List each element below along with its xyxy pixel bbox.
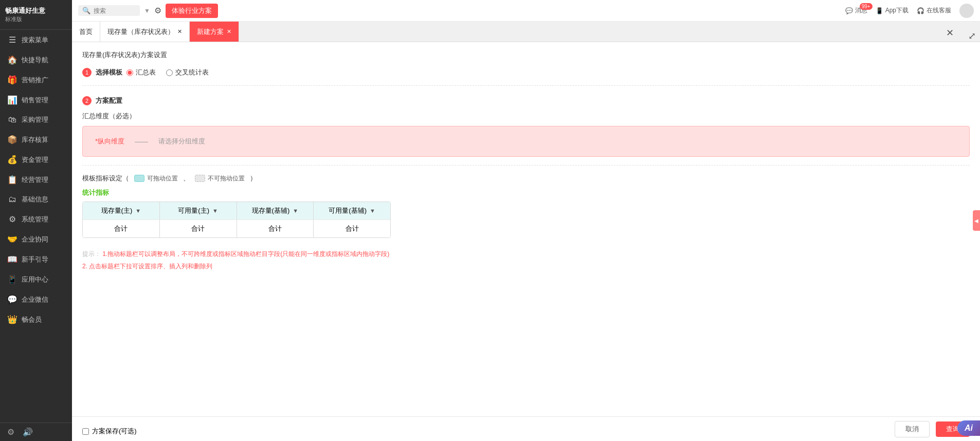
search-input[interactable] (94, 7, 135, 14)
dimension-required: *纵向维度 (95, 137, 124, 146)
quick-nav-icon: 🏠 (7, 55, 17, 65)
sidebar-item-marketing[interactable]: 🎁营销推广 (0, 70, 72, 90)
footer-buttons: 方案保存(可选) 取消 查询 (72, 416, 980, 441)
cancel-button[interactable]: 取消 (895, 421, 930, 437)
basic-icon: 🗂 (7, 195, 17, 204)
tab-home-label: 首页 (79, 27, 93, 36)
stats-header-cell-1[interactable]: 可用量(主)▼ (160, 202, 237, 219)
dimension-box: *纵向维度 —— 请选择分组维度 (82, 126, 970, 157)
section1-num: 1 (82, 68, 92, 77)
sidebar-item-purchase[interactable]: 🛍采购管理 (0, 110, 72, 130)
sidebar-item-search-menu[interactable]: ☰搜索菜单 (0, 30, 72, 50)
user-avatar[interactable] (959, 4, 974, 18)
content-area: 现存量(库存状况表)方案设置 1 选择模板 汇总表 交叉统计表 (72, 42, 980, 441)
search-icon: 🔍 (82, 7, 90, 14)
member-label: 畅会员 (22, 315, 42, 324)
legend-non-draggable: 不可拖动位置 (195, 174, 245, 183)
sidebar-footer: ⚙ 🔊 (0, 422, 72, 441)
legend-draggable-label: 可拖动位置 (147, 174, 178, 183)
stats-col-label-3: 可用量(基辅) (329, 206, 367, 215)
system-icon: ⚙ (7, 214, 17, 224)
search-box[interactable]: 🔍 (78, 5, 140, 16)
indicator-settings: 模板指标设定（ 可拖动位置 、 不可拖动位置 ） 统计指标 (82, 174, 970, 240)
stats-header-cell-3[interactable]: 可用量(基辅)▼ (314, 202, 390, 219)
message-item[interactable]: 💬 消息 99+ (845, 6, 867, 15)
sidebar-item-system[interactable]: ⚙系统管理 (0, 209, 72, 229)
stats-col-chevron-0[interactable]: ▼ (135, 208, 141, 214)
sidebar-item-sales[interactable]: 📊销售管理 (0, 90, 72, 110)
ai-badge[interactable]: Ai (957, 420, 980, 436)
speaker-icon[interactable]: 🔊 (23, 427, 33, 437)
topbar-right: 💬 消息 99+ 📱 App下载 🎧 在线客服 (845, 4, 974, 18)
template-options: 汇总表 交叉统计表 (126, 68, 209, 77)
indicator-sep: 、 (183, 174, 190, 183)
radio-cross[interactable]: 交叉统计表 (166, 68, 209, 77)
guide-icon: 📖 (7, 254, 17, 264)
save-checkbox[interactable] (82, 428, 89, 435)
window-expand-button[interactable]: ⤢ (968, 30, 976, 42)
radio-summary[interactable]: 汇总表 (126, 68, 156, 77)
tab-inventory-close-icon[interactable]: ✕ (177, 28, 182, 35)
sidebar-item-inventory[interactable]: 📦库存核算 (0, 130, 72, 150)
tab-home[interactable]: 首页 (72, 22, 100, 42)
indicator-close: ） (250, 174, 257, 183)
sidebar-item-operation[interactable]: 📋经营管理 (0, 170, 72, 190)
stats-header-cell-0[interactable]: 现存量(主)▼ (83, 202, 160, 219)
stats-header-cell-2[interactable]: 现存量(基辅)▼ (237, 202, 314, 219)
stats-col-label-0: 现存量(主) (101, 206, 133, 215)
stats-data-cell-1: 合计 (160, 220, 237, 237)
inventory-icon: 📦 (7, 135, 17, 144)
tab-new-plan-close-icon[interactable]: ✕ (227, 28, 231, 35)
sidebar-item-basic[interactable]: 🗂基础信息 (0, 190, 72, 209)
appstore-icon: 📱 (7, 274, 17, 284)
agreement-label: 企业协同 (22, 235, 48, 244)
sidebar-item-agreement[interactable]: 🤝企业协同 (0, 229, 72, 249)
finance-label: 资金管理 (22, 155, 48, 164)
section2-num: 2 (82, 96, 92, 105)
stats-col-chevron-1[interactable]: ▼ (212, 208, 218, 214)
operation-icon: 📋 (7, 175, 17, 185)
search-menu-icon: ☰ (7, 35, 17, 45)
sidebar-item-finance[interactable]: 💰资金管理 (0, 150, 72, 170)
industry-plan-button[interactable]: 体验行业方案 (166, 4, 218, 18)
customer-service-item[interactable]: 🎧 在线客服 (917, 6, 951, 15)
gear-icon[interactable]: ⚙ (154, 6, 161, 15)
sidebar-item-appstore[interactable]: 📱应用中心 (0, 269, 72, 289)
save-option: 方案保存(可选) (82, 427, 137, 436)
stats-data-cell-0: 合计 (83, 220, 160, 237)
tab-new-plan[interactable]: 新建方案 ✕ (190, 22, 239, 42)
stats-col-chevron-2[interactable]: ▼ (293, 208, 298, 214)
radio-summary-input[interactable] (126, 69, 133, 76)
sidebar-item-guide[interactable]: 📖新手引导 (0, 249, 72, 269)
section-template: 1 选择模板 汇总表 交叉统计表 (82, 68, 970, 86)
marketing-label: 营销推广 (22, 76, 48, 85)
tab-new-plan-label: 新建方案 (197, 27, 224, 36)
finance-icon: 💰 (7, 155, 17, 164)
app-download-label: App下载 (885, 6, 909, 15)
content-inner: 现存量(库存状况表)方案设置 1 选择模板 汇总表 交叉统计表 (72, 42, 980, 441)
dimension-label: 汇总维度（必选） (82, 112, 970, 121)
tabbar: 首页 现存量（库存状况表） ✕ 新建方案 ✕ ✕ ⤢ (72, 22, 980, 42)
sidebar-item-wechat[interactable]: 💬企业微信 (0, 289, 72, 309)
chevron-down-icon[interactable]: ▼ (144, 7, 150, 14)
settings-icon[interactable]: ⚙ (7, 427, 14, 437)
sidebar-item-quick-nav[interactable]: 🏠快捷导航 (0, 50, 72, 70)
window-close-button[interactable]: ✕ (936, 24, 964, 42)
tab-inventory-status[interactable]: 现存量（库存状况表） ✕ (100, 22, 190, 42)
radio-cross-input[interactable] (166, 69, 173, 76)
collapse-button[interactable]: ◀ (973, 210, 980, 231)
inventory-label: 库存核算 (22, 135, 48, 144)
marketing-icon: 🎁 (7, 75, 17, 85)
guide-label: 新手引导 (22, 255, 48, 264)
stats-col-chevron-3[interactable]: ▼ (370, 208, 375, 214)
stats-col-label-1: 可用量(主) (178, 206, 209, 215)
tips-title: 提示： (82, 250, 101, 258)
topbar-left: 🔍 ▼ ⚙ 体验行业方案 (78, 4, 218, 18)
sales-label: 销售管理 (22, 96, 48, 105)
stats-data-row: 合计合计合计合计 (83, 219, 390, 237)
section1-header: 1 选择模板 汇总表 交叉统计表 (82, 68, 970, 77)
app-download-item[interactable]: 📱 App下载 (876, 6, 909, 15)
message-icon: 💬 (845, 7, 853, 14)
wechat-label: 企业微信 (22, 295, 48, 304)
sidebar-item-member[interactable]: 👑畅会员 (0, 309, 72, 329)
